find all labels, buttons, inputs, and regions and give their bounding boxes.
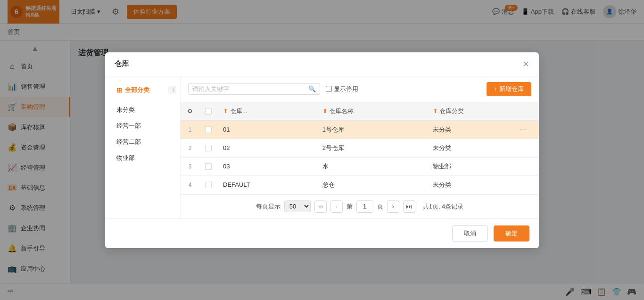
row-cb-1[interactable]	[199, 120, 217, 139]
search-icon[interactable]: 🔍	[308, 85, 316, 92]
page-input[interactable]	[356, 200, 373, 213]
sort-icon-cat: ⬆	[433, 108, 438, 115]
page-label: 第	[347, 202, 353, 211]
page-last-btn[interactable]: ⏭	[403, 200, 415, 213]
col-checkbox	[199, 102, 217, 121]
table-row[interactable]: 2 02 2号仓库 未分类	[181, 139, 539, 157]
col-category: ⬆ 仓库分类	[427, 102, 539, 121]
modal-footer: 取消 确定	[105, 218, 539, 248]
row-code-3: 03	[217, 157, 317, 175]
pagination-info: 共1页, 4条记录	[423, 202, 464, 211]
table-wrap: ⚙ ⬆ 仓库... ⬆	[181, 102, 539, 194]
confirm-button[interactable]: 确定	[494, 225, 529, 242]
grid-icon: ⊞	[116, 86, 122, 94]
row-code-2: 02	[217, 139, 317, 157]
row-cat-2: 未分类	[427, 139, 539, 157]
modal-toolbar: 🔍 显示停用 + 新增仓库	[181, 76, 539, 102]
modal-title: 仓库	[115, 59, 129, 68]
row-gear-4: 4	[181, 175, 199, 194]
row-gear-2: 2	[181, 139, 199, 157]
page-first-btn[interactable]: ⏮	[314, 200, 327, 213]
modal-close-button[interactable]: ✕	[522, 59, 529, 69]
table-row[interactable]: 1 01 1号仓库 未分类 ···	[181, 120, 539, 139]
row-cat-1: 未分类 ···	[427, 120, 539, 139]
modal-main: 🔍 显示停用 + 新增仓库 ⚙	[181, 76, 539, 218]
row-cb-4[interactable]	[199, 175, 217, 194]
page-next-btn[interactable]: ›	[387, 200, 399, 213]
pagination: 每页显示 50 20 100 ⏮ ‹ 第 页 › ⏭ 共1页, 4条记录	[181, 194, 539, 218]
row-name-2: 2号仓库	[317, 139, 427, 157]
per-page-label: 每页显示	[256, 202, 281, 211]
row-code-4: DEFAULT	[217, 175, 317, 194]
col-name: ⬆ 仓库名称	[317, 102, 427, 121]
row-name-4: 总仓	[317, 175, 427, 194]
category-item-dept1[interactable]: 经营一部	[105, 118, 180, 134]
search-input[interactable]	[192, 85, 305, 92]
category-item-property[interactable]: 物业部	[105, 150, 180, 166]
all-categories-label: 全部分类	[125, 86, 149, 94]
modal-category-sidebar: ⊞ 全部分类 《 未分类 经营一部 经营二部 物业部	[105, 76, 181, 218]
row-cat-3: 物业部	[427, 157, 539, 175]
table-row[interactable]: 3 03 水 物业部	[181, 157, 539, 175]
row-cb-2[interactable]	[199, 139, 217, 157]
all-categories-item[interactable]: ⊞ 全部分类	[109, 82, 157, 98]
sort-icon-name: ⬆	[322, 108, 328, 115]
cancel-button[interactable]: 取消	[452, 225, 488, 242]
row-cat-4: 未分类	[427, 175, 539, 194]
table-row[interactable]: 4 DEFAULT 总仓 未分类	[181, 175, 539, 194]
warehouse-table: ⚙ ⬆ 仓库... ⬆	[181, 102, 539, 194]
col-code: ⬆ 仓库...	[217, 102, 317, 121]
header-checkbox[interactable]	[205, 108, 212, 115]
search-box: 🔍	[188, 83, 320, 95]
table-header: ⚙ ⬆ 仓库... ⬆	[181, 102, 539, 121]
row-code-1: 01	[217, 120, 317, 139]
row-name-1: 1号仓库	[317, 120, 427, 139]
modal-body: ⊞ 全部分类 《 未分类 经营一部 经营二部 物业部 🔍	[105, 76, 539, 218]
gear-col-icon: ⚙	[187, 108, 193, 115]
add-warehouse-button[interactable]: + 新增仓库	[487, 82, 531, 96]
category-item-dept2[interactable]: 经营二部	[105, 134, 180, 150]
table-body: 1 01 1号仓库 未分类 ··· 2	[181, 120, 539, 194]
warehouse-modal: 仓库 ✕ ⊞ 全部分类 《 未分类 经营一部 经营二部 物业部	[105, 52, 539, 248]
show-disabled-checkbox[interactable]: 显示停用	[326, 85, 358, 93]
page-prev-btn[interactable]: ‹	[330, 200, 343, 213]
sidebar-collapse-button[interactable]: 《	[168, 86, 176, 94]
show-disabled-label: 显示停用	[334, 85, 358, 93]
category-item-unclassified[interactable]: 未分类	[105, 102, 180, 118]
per-page-select[interactable]: 50 20 100	[284, 200, 311, 212]
sort-icon-code: ⬆	[223, 108, 228, 115]
col-gear: ⚙	[181, 102, 199, 121]
row-cb-3[interactable]	[199, 157, 217, 175]
page-unit: 页	[377, 202, 383, 211]
modal-overlay: 仓库 ✕ ⊞ 全部分类 《 未分类 经营一部 经营二部 物业部	[0, 0, 644, 300]
modal-header: 仓库 ✕	[105, 52, 539, 76]
show-disabled-input[interactable]	[326, 86, 332, 92]
row-name-3: 水	[317, 157, 427, 175]
row-gear-1: 1	[181, 120, 199, 139]
row-gear-3: 3	[181, 157, 199, 175]
